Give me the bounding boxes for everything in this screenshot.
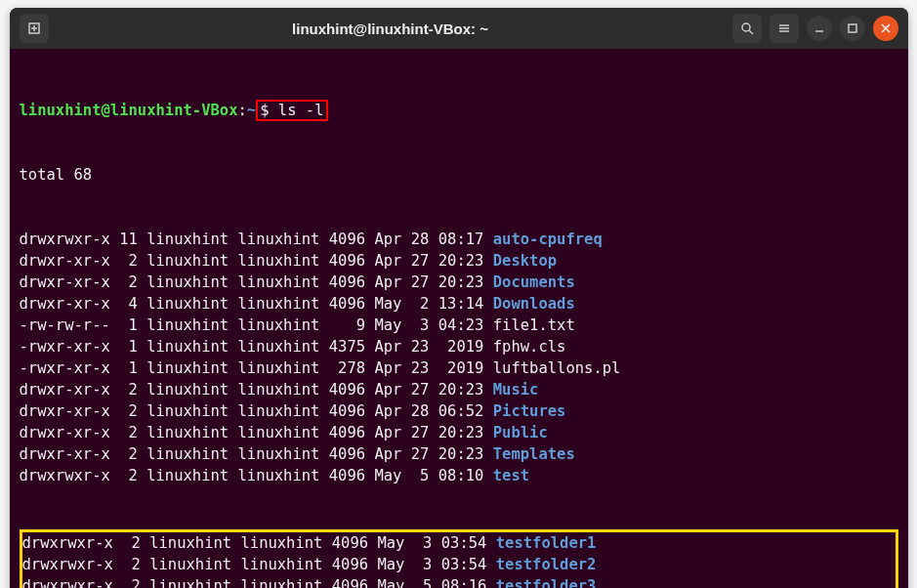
file-name: Desktop	[493, 252, 557, 270]
file-name: test	[493, 467, 529, 484]
file-meta: drwxr-xr-x 2 linuxhint linuxhint 4096 Ap…	[20, 381, 493, 399]
file-name: Downloads	[493, 295, 575, 313]
terminal-body[interactable]: linuxhint@linuxhint-VBox:~$ ls -l total …	[10, 49, 908, 588]
list-row: drwxrwxr-x 11 linuxhint linuxhint 4096 A…	[20, 229, 898, 250]
file-meta: drwxr-xr-x 2 linuxhint linuxhint 4096 Ap…	[20, 424, 493, 441]
svg-rect-9	[849, 24, 856, 32]
list-row: drwxr-xr-x 2 linuxhint linuxhint 4096 Ap…	[20, 422, 898, 443]
list-row: -rwxr-xr-x 1 linuxhint linuxhint 278 Apr…	[20, 357, 898, 379]
maximize-icon	[848, 23, 857, 33]
file-name: Music	[493, 381, 539, 399]
close-icon	[881, 23, 891, 33]
highlighted-command: $ ls -l	[256, 100, 327, 121]
prompt-path: ~	[247, 102, 256, 119]
file-meta: -rwxr-xr-x 1 linuxhint linuxhint 278 Apr…	[20, 359, 493, 377]
command-text: ls -l	[270, 102, 324, 119]
file-meta: drwxr-xr-x 2 linuxhint linuxhint 4096 Ap…	[20, 273, 493, 291]
file-name: testfolder3	[496, 577, 597, 588]
list-row: drwxrwxr-x 2 linuxhint linuxhint 4096 Ma…	[22, 575, 896, 588]
file-meta: drwxrwxr-x 2 linuxhint linuxhint 4096 Ma…	[20, 467, 493, 484]
minimize-button[interactable]	[807, 16, 832, 41]
file-meta: drwxrwxr-x 2 linuxhint linuxhint 4096 Ma…	[22, 577, 496, 588]
highlighted-rows: drwxrwxr-x 2 linuxhint linuxhint 4096 Ma…	[20, 529, 898, 588]
file-meta: drwxr-xr-x 2 linuxhint linuxhint 4096 Ap…	[20, 252, 493, 270]
list-row: drwxr-xr-x 2 linuxhint linuxhint 4096 Ap…	[20, 400, 898, 422]
list-row: drwxr-xr-x 2 linuxhint linuxhint 4096 Ap…	[20, 443, 898, 465]
svg-point-3	[742, 23, 750, 31]
file-meta: drwxr-xr-x 4 linuxhint linuxhint 4096 Ma…	[20, 295, 493, 313]
list-row: -rwxr-xr-x 1 linuxhint linuxhint 4375 Ap…	[20, 336, 898, 357]
list-row: drwxr-xr-x 2 linuxhint linuxhint 4096 Ap…	[20, 379, 898, 400]
minimize-icon	[814, 23, 824, 33]
file-name: luftballons.pl	[493, 359, 621, 377]
close-button[interactable]	[873, 16, 898, 41]
titlebar: linuxhint@linuxhint-VBox: ~	[10, 8, 908, 49]
list-row: drwxrwxr-x 2 linuxhint linuxhint 4096 Ma…	[22, 532, 896, 554]
file-name: testfolder2	[496, 556, 597, 573]
total-line: total 68	[20, 164, 898, 186]
new-tab-button[interactable]	[20, 14, 49, 43]
file-meta: drwxrwxr-x 2 linuxhint linuxhint 4096 Ma…	[22, 534, 496, 552]
list-row: drwxr-xr-x 2 linuxhint linuxhint 4096 Ap…	[20, 250, 898, 272]
file-name: testfolder1	[496, 534, 597, 552]
list-row: drwxrwxr-x 2 linuxhint linuxhint 4096 Ma…	[20, 465, 898, 486]
svg-line-4	[749, 30, 753, 34]
file-name: auto-cpufreq	[493, 231, 603, 248]
file-name: Templates	[493, 445, 575, 463]
terminal-window: linuxhint@linuxhint-VBox: ~ linuxhint@li…	[10, 8, 908, 588]
search-button[interactable]	[732, 14, 762, 43]
list-row: drwxrwxr-x 2 linuxhint linuxhint 4096 Ma…	[22, 554, 896, 575]
file-meta: drwxrwxr-x 2 linuxhint linuxhint 4096 Ma…	[22, 556, 496, 573]
list-row: drwxr-xr-x 4 linuxhint linuxhint 4096 Ma…	[20, 293, 898, 315]
file-name: Pictures	[493, 402, 566, 420]
new-tab-icon	[27, 21, 41, 35]
file-meta: -rwxr-xr-x 1 linuxhint linuxhint 4375 Ap…	[20, 338, 493, 356]
file-name: Public	[493, 424, 548, 441]
hamburger-icon	[777, 21, 791, 35]
window-title: linuxhint@linuxhint-VBox: ~	[57, 21, 725, 37]
search-icon	[740, 21, 754, 35]
menu-button[interactable]	[770, 14, 799, 43]
prompt-line-1: linuxhint@linuxhint-VBox:~$ ls -l	[20, 100, 898, 121]
file-name: Documents	[493, 273, 575, 291]
file-name: file1.txt	[493, 316, 575, 334]
file-meta: -rw-rw-r-- 1 linuxhint linuxhint 9 May 3…	[20, 316, 493, 334]
maximize-button[interactable]	[840, 16, 865, 41]
prompt-user: linuxhint@linuxhint-VBox	[20, 102, 238, 119]
file-meta: drwxr-xr-x 2 linuxhint linuxhint 4096 Ap…	[20, 445, 493, 463]
file-meta: drwxr-xr-x 2 linuxhint linuxhint 4096 Ap…	[20, 402, 493, 420]
file-name: fphw.cls	[493, 338, 566, 356]
list-row: -rw-rw-r-- 1 linuxhint linuxhint 9 May 3…	[20, 315, 898, 336]
list-row: drwxr-xr-x 2 linuxhint linuxhint 4096 Ap…	[20, 272, 898, 293]
file-meta: drwxrwxr-x 11 linuxhint linuxhint 4096 A…	[20, 231, 493, 248]
